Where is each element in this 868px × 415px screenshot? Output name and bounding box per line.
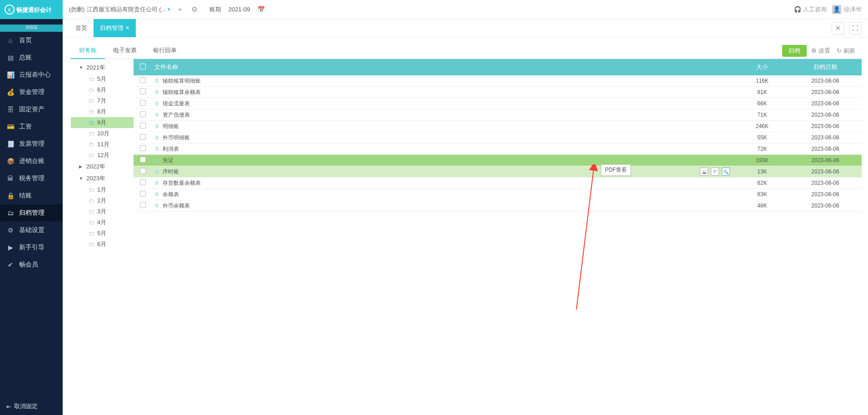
file-date: 2023-06-06 bbox=[789, 89, 862, 95]
tree-month-2-0[interactable]: 🗀1月 bbox=[71, 184, 134, 195]
refresh-button[interactable]: ↻ 刷新 bbox=[837, 47, 855, 55]
user-menu[interactable]: 👤 徐泽华 bbox=[832, 5, 862, 14]
refresh-label: 刷新 bbox=[843, 47, 855, 55]
tree-month-2-1[interactable]: 🗀2月 bbox=[71, 195, 134, 206]
sidebar-item-11[interactable]: ⚙基础设置 bbox=[0, 222, 63, 239]
tree-month-2-4[interactable]: 🗀5月 bbox=[71, 228, 134, 239]
tree-month-label: 5月 bbox=[97, 75, 106, 83]
row-checkbox[interactable] bbox=[140, 100, 146, 106]
annotation-arrow bbox=[572, 164, 599, 314]
sub-tab-0[interactable]: 财务账 bbox=[71, 43, 105, 59]
table-row[interactable]: 🗎外币余额表 48K 2023-06-06 bbox=[134, 200, 862, 212]
table-row[interactable]: 🗎外币明细账 55K 2023-06-06 bbox=[134, 132, 862, 143]
file-name: 明细账 bbox=[163, 123, 179, 130]
sidebar-item-9[interactable]: 🔒结账 bbox=[0, 187, 63, 204]
tree-month-2-2[interactable]: 🗀3月 bbox=[71, 206, 134, 217]
archive-button[interactable]: 归档 bbox=[782, 45, 807, 57]
table-row[interactable]: 🗎辅助核算明细账 116K 2023-06-06 bbox=[134, 75, 862, 87]
select-all-checkbox[interactable] bbox=[140, 64, 146, 69]
company-selector[interactable]: (勿删) 江西服宝精品有限责任公司 (... ▾ bbox=[69, 5, 170, 14]
tree-month-0-5[interactable]: 🗀10月 bbox=[71, 128, 134, 139]
logo[interactable]: ￠ 畅捷通好会计 bbox=[0, 0, 63, 19]
sidebar-unpin[interactable]: ⇤ 取消固定 bbox=[0, 398, 63, 415]
row-checkbox[interactable] bbox=[140, 202, 146, 208]
tree-month-label: 4月 bbox=[97, 218, 106, 227]
tree-month-2-3[interactable]: 🗀4月 bbox=[71, 217, 134, 228]
consult-button[interactable]: 🎧 人工咨询 bbox=[794, 5, 827, 14]
page-tab-1[interactable]: 归档管理✕ bbox=[94, 19, 136, 37]
tree-month-0-7[interactable]: 🗀12月 bbox=[71, 150, 134, 161]
row-checkbox[interactable] bbox=[140, 168, 146, 174]
row-checkbox[interactable] bbox=[140, 145, 146, 151]
row-checkbox[interactable] bbox=[140, 77, 146, 83]
pdf-view-icon[interactable]: 🔍 bbox=[722, 168, 730, 176]
download-icon[interactable]: ⬓ bbox=[700, 168, 708, 176]
add-company-button[interactable]: + bbox=[176, 5, 184, 14]
sidebar-item-label: 畅会员 bbox=[19, 261, 38, 269]
tree-month-label: 6月 bbox=[97, 240, 106, 248]
tree-month-label: 11月 bbox=[97, 140, 109, 148]
row-checkbox[interactable] bbox=[140, 111, 146, 117]
sidebar-item-12[interactable]: ▶新手引导 bbox=[0, 239, 63, 256]
sidebar-item-8[interactable]: 🏛税务管理 bbox=[0, 170, 63, 187]
close-all-tabs-button[interactable]: ✕ bbox=[832, 22, 844, 35]
table-row[interactable]: 🗎序时账 ⬓ P 🔍 13K 2023-06-06 bbox=[134, 166, 862, 178]
table-row[interactable]: 🗎明细账 246K 2023-06-06 bbox=[134, 121, 862, 132]
fullscreen-button[interactable]: ⛶ bbox=[849, 22, 862, 35]
pdf-icon[interactable]: P bbox=[711, 168, 719, 176]
col-name-header[interactable]: 文件名称 bbox=[152, 63, 735, 71]
sidebar-item-1[interactable]: ▤总账 bbox=[0, 49, 63, 66]
file-name: 序时账 bbox=[163, 168, 179, 176]
file-size: 72K bbox=[735, 146, 789, 152]
tree-month-label: 10月 bbox=[97, 129, 109, 138]
tree-month-0-1[interactable]: 🗀6月 bbox=[71, 84, 134, 95]
tree-year-0[interactable]: ▼2021年 bbox=[71, 62, 134, 74]
col-date-header[interactable]: 归档日期 bbox=[789, 63, 862, 71]
page-tab-0[interactable]: 首页 bbox=[69, 19, 94, 37]
file-icon: 🗎 bbox=[154, 203, 160, 209]
row-checkbox[interactable] bbox=[140, 123, 146, 128]
sidebar-item-6[interactable]: 🧾发票管理 bbox=[0, 135, 63, 153]
sub-tab-1[interactable]: 电子发票 bbox=[105, 43, 145, 59]
row-checkbox[interactable] bbox=[140, 134, 146, 140]
tree-month-2-5[interactable]: 🗀6月 bbox=[71, 239, 134, 250]
table-row[interactable]: 🗎辅助核算余额表 81K 2023-06-06 bbox=[134, 87, 862, 98]
sidebar-item-7[interactable]: 📦进销台账 bbox=[0, 153, 63, 170]
sidebar-item-13[interactable]: ✔畅会员 bbox=[0, 256, 63, 273]
tree-year-2[interactable]: ▼2023年 bbox=[71, 173, 134, 184]
home-icon: ⌂ bbox=[6, 36, 15, 44]
sub-tab-2[interactable]: 银行回单 bbox=[145, 43, 185, 59]
close-icon[interactable]: ✕ bbox=[125, 25, 129, 31]
sidebar-item-0[interactable]: ⌂首页 bbox=[0, 32, 63, 49]
table-row[interactable]: 🗎余额表 83K 2023-06-06 bbox=[134, 189, 862, 200]
table-row[interactable]: 🗎存货数量余额表 62K 2023-06-06 bbox=[134, 178, 862, 189]
row-checkbox[interactable] bbox=[140, 157, 146, 163]
tree-month-0-3[interactable]: 🗀8月 bbox=[71, 106, 134, 117]
folder-icon: 🗀 bbox=[89, 109, 94, 115]
col-size-header[interactable]: 大小 bbox=[735, 63, 789, 71]
sidebar-item-5[interactable]: 💳工资 bbox=[0, 118, 63, 135]
sidebar-item-2[interactable]: 📊云报表中心 bbox=[0, 66, 63, 84]
table-row[interactable]: 🗎现金流量表 66K 2023-06-06 bbox=[134, 98, 862, 109]
tree-month-0-6[interactable]: 🗀11月 bbox=[71, 139, 134, 150]
brand-edition: 旗舰版 bbox=[0, 25, 63, 32]
page-tabs: 首页归档管理✕ ✕ ⛶ bbox=[63, 19, 868, 37]
company-settings-button[interactable]: ⚙ bbox=[189, 5, 199, 14]
tree-month-0-2[interactable]: 🗀7月 bbox=[71, 95, 134, 106]
row-checkbox[interactable] bbox=[140, 191, 146, 197]
tree-month-0-0[interactable]: 🗀5月 bbox=[71, 74, 134, 84]
settings-button[interactable]: ⚙ 设置 bbox=[811, 47, 830, 55]
sidebar-item-3[interactable]: 💰资金管理 bbox=[0, 84, 63, 101]
period-value[interactable]: 2021-09 bbox=[228, 6, 250, 13]
table-row[interactable]: 🗎利润表 72K 2023-06-06 bbox=[134, 143, 862, 155]
row-checkbox[interactable] bbox=[140, 89, 146, 94]
table-row[interactable]: 🗎资产负债表 71K 2023-06-06 bbox=[134, 109, 862, 121]
table-row[interactable]: 🗎凭证 193K 2023-06-06 bbox=[134, 155, 862, 166]
sidebar-item-10[interactable]: 🗂归档管理 bbox=[0, 204, 63, 222]
row-checkbox[interactable] bbox=[140, 179, 146, 185]
tree-month-0-4[interactable]: 🗀9月 bbox=[71, 117, 134, 128]
file-date: 2023-06-06 bbox=[789, 180, 862, 186]
tree-year-1[interactable]: ▶2022年 bbox=[71, 161, 134, 173]
calendar-icon[interactable]: 📅 bbox=[258, 6, 265, 13]
sidebar-item-4[interactable]: 🗄固定资产 bbox=[0, 101, 63, 118]
